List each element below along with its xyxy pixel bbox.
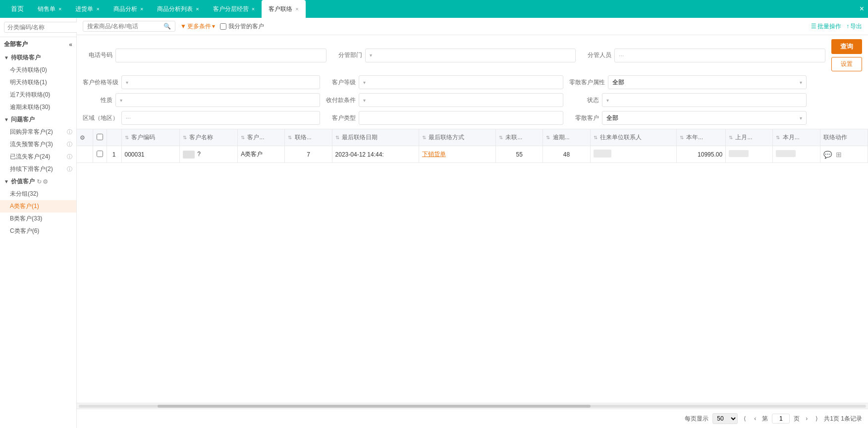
search-input[interactable]	[87, 23, 162, 30]
tab-customer-contact[interactable]: 客户联络 ×	[262, 0, 305, 18]
collapse-icon[interactable]: «	[69, 41, 72, 48]
row-name: ?	[179, 146, 237, 163]
tab-product-analysis-list[interactable]: 商品分析列表 ×	[150, 0, 206, 18]
th-last-date[interactable]: ⇅ 最后联络日期	[332, 129, 419, 146]
main-layout: 🔍 全部客户 « ▼ 待联络客户 今天待联络(0) 明天待联络(1) 近7天待联…	[0, 18, 868, 428]
nature-arrow: ▾	[120, 98, 122, 103]
tab-purchase[interactable]: 进货单 ×	[68, 0, 106, 18]
payment-select[interactable]: ▾	[359, 93, 563, 107]
sidebar-item-overdue[interactable]: 逾期未联络(30)	[0, 101, 76, 113]
region-input[interactable]: ···	[121, 111, 320, 125]
qr-icon[interactable]: ⊞	[836, 151, 842, 159]
gear-icon[interactable]: ⚙	[80, 134, 85, 141]
th-this-year[interactable]: ⇅ 本年...	[676, 129, 726, 146]
next-page-btn[interactable]: ›	[804, 414, 810, 423]
th-contact[interactable]: ⇅ 联络...	[285, 129, 332, 146]
settings-button[interactable]: 设置	[831, 57, 862, 71]
close-purchase-tab[interactable]: ×	[96, 6, 99, 12]
close-sales-tab[interactable]: ×	[58, 6, 61, 12]
nature-select[interactable]: ▾	[115, 93, 320, 107]
home-tab[interactable]: 首页	[4, 0, 31, 18]
per-page-select[interactable]: 50 100 200	[712, 413, 738, 424]
th-not-contacted[interactable]: ⇅ 未联...	[496, 129, 543, 146]
export-btn[interactable]: ↑ 导出	[846, 22, 862, 31]
name-extra: ?	[197, 151, 201, 158]
th-checkbox	[93, 129, 107, 146]
status-select[interactable]: ▾	[602, 93, 807, 107]
th-last-month[interactable]: ⇅ 上月...	[726, 129, 773, 146]
th-level[interactable]: ⇅ 客户...	[238, 129, 285, 146]
dept-select[interactable]: ▾	[365, 49, 576, 62]
close-contact-tab[interactable]: ×	[295, 6, 298, 12]
my-customers-checkbox[interactable]: 我分管的客户	[220, 22, 264, 31]
price-level-select[interactable]: ▾	[121, 75, 320, 89]
dept-label: 分管部门	[332, 51, 362, 59]
customer-level-select[interactable]: ▾	[359, 75, 563, 89]
row-last-method[interactable]: 下销货单	[419, 146, 495, 163]
tab-sales[interactable]: 销售单 ×	[31, 0, 68, 18]
price-arrow: ▾	[126, 80, 128, 85]
refresh-icon[interactable]: ↻	[37, 178, 42, 185]
sidebar-item-b-class[interactable]: B类客户(33)	[0, 213, 76, 225]
page-input[interactable]	[772, 414, 790, 424]
row-checkbox[interactable]	[97, 151, 103, 157]
advanced-filters: 电话号码 分管部门 ▾ 分管人员 ··· 查询 设置	[77, 35, 868, 129]
close-product-tab[interactable]: ×	[140, 6, 143, 12]
filter-row-1: 电话号码 分管部门 ▾ 分管人员 ··· 查询 设置	[83, 39, 862, 71]
th-code[interactable]: ⇅ 客户编码	[121, 129, 179, 146]
phone-input[interactable]	[115, 49, 326, 62]
sort-contact-icon: ⇅	[288, 135, 292, 140]
sidebar-item-ungrouped[interactable]: 未分组(32)	[0, 188, 76, 200]
customer-type-input[interactable]	[359, 111, 563, 125]
sidebar-item-churned[interactable]: 已流失客户(24) ⓘ	[0, 151, 76, 163]
sidebar-item-a-class[interactable]: A类客户(1)	[0, 200, 76, 213]
th-this-month[interactable]: ⇅ 本月...	[773, 129, 820, 146]
retail-customer-select[interactable]: 全部 ▾	[602, 111, 807, 125]
field-nature: 性质 ▾	[83, 93, 320, 107]
phone-label: 电话号码	[83, 51, 112, 59]
settings-small-icon[interactable]: ⚙	[43, 178, 48, 185]
all-customers-header[interactable]: 全部客户 «	[0, 37, 76, 52]
my-customers-check[interactable]	[220, 23, 226, 30]
first-page-btn[interactable]: ⟨	[742, 414, 748, 423]
prev-page-btn[interactable]: ‹	[752, 414, 758, 423]
group-value-customers[interactable]: ▼ 价值客户 ↻ ⚙	[0, 175, 76, 188]
sidebar-item-tomorrow[interactable]: 明天待联络(1)	[0, 76, 76, 89]
chat-icon[interactable]: 💬	[823, 151, 832, 159]
query-button[interactable]: 查询	[831, 39, 862, 54]
last-method-link[interactable]: 下销货单	[422, 151, 446, 158]
group-problem-customers[interactable]: ▼ 问题客户	[0, 113, 76, 126]
manager-input[interactable]: ···	[614, 49, 825, 62]
arrow-problem: ▼	[4, 117, 9, 122]
batch-operation-btn[interactable]: ☰ 批量操作	[811, 22, 841, 31]
sidebar-item-declining[interactable]: 持续下滑客户(2) ⓘ	[0, 163, 76, 175]
sort-not-icon: ⇅	[499, 135, 503, 140]
sidebar-item-7days[interactable]: 近7天待联络(0)	[0, 89, 76, 101]
last-page-btn[interactable]: ⟩	[814, 414, 820, 423]
scrollbar-thumb	[158, 405, 591, 408]
th-overdue[interactable]: ⇅ 逾期...	[543, 129, 590, 146]
th-contact2[interactable]: ⇅ 往来单位联系人	[590, 129, 676, 146]
group-value-label: 价值客户	[11, 177, 35, 186]
select-all-checkbox[interactable]	[97, 134, 103, 140]
sidebar-item-c-class[interactable]: C类客户(6)	[0, 225, 76, 237]
th-name[interactable]: ⇅ 客户名称	[179, 129, 237, 146]
sidebar-item-churn-warning[interactable]: 流失预警客户(3) ⓘ	[0, 138, 76, 151]
tab-product-analysis[interactable]: 商品分析 ×	[107, 0, 150, 18]
sort-contact2-icon: ⇅	[594, 135, 597, 140]
sidebar-item-abnormal-purchase[interactable]: 回购异常客户(2) ⓘ	[0, 126, 76, 138]
my-customers-label: 我分管的客户	[228, 22, 264, 31]
more-filters-btn[interactable]: ▼ 更多条件 ▾	[180, 22, 215, 31]
group-pending-contact[interactable]: ▼ 待联络客户	[0, 52, 76, 64]
close-all-btn[interactable]: ×	[860, 4, 864, 13]
scrollbar-track[interactable]	[79, 405, 866, 408]
th-last-method[interactable]: ⇅ 最后联络方式	[419, 129, 495, 146]
close-segment-tab[interactable]: ×	[252, 6, 255, 12]
close-product-list-tab[interactable]: ×	[196, 6, 199, 12]
status-label: 状态	[569, 96, 599, 105]
sidebar-item-today[interactable]: 今天待联络(0)	[0, 64, 76, 76]
sidebar-search-input[interactable]	[4, 22, 85, 33]
tab-customer-segment[interactable]: 客户分层经营 ×	[206, 0, 262, 18]
retail-attr-select[interactable]: 全部 ▾	[608, 75, 807, 89]
search-icon[interactable]: 🔍	[163, 23, 171, 30]
